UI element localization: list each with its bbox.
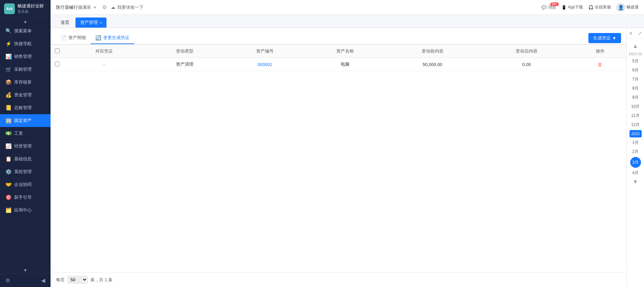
sidebar-item-label: 采购管理 <box>14 66 32 72</box>
generate-voucher-button[interactable]: 生成凭证 ▼ <box>588 33 621 43</box>
sidebar-item-payroll[interactable]: 💵 工资 <box>0 127 51 140</box>
tab-change-voucher[interactable]: 🔄 变更生成凭证 <box>91 32 134 44</box>
asset-tab-label: 资产管理 <box>80 20 98 26</box>
app-version: 普及版 <box>18 9 44 14</box>
sidebar-item-guide[interactable]: 🎯 新手引导 <box>0 191 51 204</box>
sidebar-item-funds[interactable]: 💰 资金管理 <box>0 89 51 101</box>
timeline-month-8[interactable]: 8月 <box>628 84 643 93</box>
right-panel: ✕ ⤢ ▲ 2023.03 5月 6月 7月 8月 9月 10月 11月 12月… <box>626 28 644 287</box>
sidebar-item-enterprise[interactable]: 🤝 企业协同 <box>0 178 51 191</box>
timeline-year-2023[interactable]: 2023 <box>630 130 642 137</box>
timeline-month-4[interactable]: 4月 <box>628 168 643 178</box>
right-panel-expand-button[interactable]: ⤢ <box>638 31 642 36</box>
company-selector[interactable]: 医疗器械行业演示 ▼ <box>56 4 97 10</box>
sidebar-item-label: 基础信息 <box>14 156 32 162</box>
sidebar-item-quick-nav[interactable]: ⚡ 快捷导航 <box>0 37 51 50</box>
main-area: 医疗器械行业演示 ▼ ⚙ ☁ 我要体验一下 💬 消息 99+ 📱 App下载 🎧… <box>51 0 644 287</box>
sidebar-item-basic-info[interactable]: 📋 基础信息 <box>0 153 51 165</box>
select-all-checkbox[interactable] <box>55 49 60 53</box>
sidebar-item-label: 销售管理 <box>14 54 32 60</box>
sidebar-bottom: ⚙ ◀ <box>0 274 51 287</box>
timeline-month-3[interactable]: 3月 <box>630 157 641 168</box>
sidebar-item-search[interactable]: 🔍 搜索菜单 <box>0 25 51 37</box>
tab-home[interactable]: 首页 <box>56 18 74 28</box>
messages-badge: 99+ <box>550 2 559 6</box>
timeline-month-11[interactable]: 11月 <box>628 111 643 120</box>
timeline-month-7[interactable]: 7月 <box>628 75 643 84</box>
timeline-month-5[interactable]: 5月 <box>628 57 643 66</box>
col-after: 变动后内容 <box>480 45 574 58</box>
sidebar-item-label: 企业协同 <box>14 182 32 188</box>
sidebar-item-label: 工资 <box>14 130 23 136</box>
col-asset-no: 资产编号 <box>225 45 305 58</box>
sidebar-item-sales[interactable]: 📊 销售管理 <box>0 50 51 63</box>
tab-close-button[interactable]: × <box>100 21 102 25</box>
experience-label: 我要体验一下 <box>117 4 144 10</box>
row-asset-name: 电脑 <box>305 58 385 71</box>
timeline-month-6[interactable]: 6月 <box>628 66 643 75</box>
sidebar-item-system[interactable]: ⚙️ 系统管理 <box>0 165 51 178</box>
search-icon: 🔍 <box>5 28 11 34</box>
customer-service-button[interactable]: 🎧 在线客服 <box>588 4 611 10</box>
user-profile[interactable]: 👤 畅捷通 <box>616 3 639 12</box>
fixed-assets-icon: 🏢 <box>5 118 11 124</box>
top-header: 医疗器械行业演示 ▼ ⚙ ☁ 我要体验一下 💬 消息 99+ 📱 App下载 🎧… <box>51 0 644 15</box>
sidebar-item-operations[interactable]: 📈 经营管理 <box>0 140 51 153</box>
sidebar-item-inventory[interactable]: 📦 库存核算 <box>0 76 51 89</box>
sidebar-item-purchase[interactable]: 🛒 采购管理 <box>0 63 51 76</box>
timeline-year-label: 2023.03 <box>629 52 642 56</box>
sidebar-item-app-center[interactable]: 🗂️ 应用中心 <box>0 204 51 217</box>
funds-icon: 💰 <box>5 92 11 98</box>
sidebar-scroll-up[interactable]: ▲ <box>0 18 51 25</box>
pagination-bar: 每页 50 10 20 100 条，共 1 条 <box>51 272 626 287</box>
sidebar-scroll-down[interactable]: ▼ <box>0 267 51 274</box>
timeline-month-10[interactable]: 10月 <box>628 102 643 111</box>
messages-icon: 💬 <box>542 5 547 10</box>
timeline-nav-down[interactable]: ▼ <box>627 178 644 186</box>
table-row: -- 资产清理 000001 电脑 50,000.00 0.00 🗑 <box>51 58 626 71</box>
app-center-icon: 🗂️ <box>5 207 11 213</box>
col-voucher: 对应凭证 <box>64 45 144 58</box>
per-page-select[interactable]: 50 10 20 100 <box>67 276 88 284</box>
row-checkbox[interactable] <box>55 62 60 66</box>
timeline-month-1[interactable]: 1月 <box>628 138 643 147</box>
timeline-month-2[interactable]: 2月 <box>628 147 643 156</box>
user-name: 畅捷通 <box>626 4 639 10</box>
app-name: 畅捷通好业财 <box>18 3 44 9</box>
col-before: 变动前内容 <box>386 45 480 58</box>
sidebar-item-ledger[interactable]: 📒 总账管理 <box>0 101 51 114</box>
sidebar-settings-icon[interactable]: ⚙ <box>5 277 10 284</box>
tab-asset-management[interactable]: 资产管理 × <box>75 18 106 28</box>
right-panel-close-button[interactable]: ✕ <box>629 31 633 36</box>
asset-detail-icon: 📄 <box>61 35 66 40</box>
sidebar-item-label: 经营管理 <box>14 143 32 149</box>
payroll-icon: 💵 <box>5 130 11 136</box>
header-actions: 💬 消息 99+ 📱 App下载 🎧 在线客服 👤 畅捷通 <box>542 3 639 12</box>
per-page-label: 每页 <box>56 277 65 283</box>
content-area: 📄 资产明细 🔄 变更生成凭证 生成凭证 ▼ <box>51 28 644 287</box>
row-operation: 🗑 <box>574 58 626 71</box>
quick-nav-icon: ⚡ <box>5 41 11 47</box>
sidebar-item-label: 库存核算 <box>14 79 32 85</box>
header-settings-icon[interactable]: ⚙ <box>102 4 107 10</box>
sidebar-item-label: 总账管理 <box>14 105 32 111</box>
sidebar-item-label: 系统管理 <box>14 169 32 175</box>
sidebar: AtA 畅捷通好业财 普及版 ▲ 🔍 搜索菜单 ⚡ 快捷导航 📊 销售管理 🛒 … <box>0 0 51 287</box>
timeline-month-9[interactable]: 9月 <box>628 93 643 102</box>
experience-button[interactable]: ☁ 我要体验一下 <box>111 4 144 10</box>
sidebar-collapse-icon[interactable]: ◀ <box>41 277 45 284</box>
delete-button[interactable]: 🗑 <box>597 62 603 67</box>
sidebar-item-label: 搜索菜单 <box>14 28 32 34</box>
asset-table: 对应凭证 变动类型 资产编号 资产名称 变动前内容 变动后内容 操作 <box>51 44 626 71</box>
messages-button[interactable]: 💬 消息 99+ <box>542 4 556 10</box>
timeline-nav-up[interactable]: ▲ <box>627 42 644 51</box>
app-download-icon: 📱 <box>561 5 566 10</box>
tab-asset-detail[interactable]: 📄 资产明细 <box>56 32 91 44</box>
enterprise-icon: 🤝 <box>5 182 11 188</box>
app-download-button[interactable]: 📱 App下载 <box>561 4 583 10</box>
sidebar-item-fixed-assets[interactable]: 🏢 固定资产 <box>0 114 51 127</box>
app-logo-icon: AtA <box>4 3 15 14</box>
timeline-month-12[interactable]: 12月 <box>628 120 643 129</box>
change-voucher-icon: 🔄 <box>95 35 101 40</box>
col-operation: 操作 <box>574 45 626 58</box>
